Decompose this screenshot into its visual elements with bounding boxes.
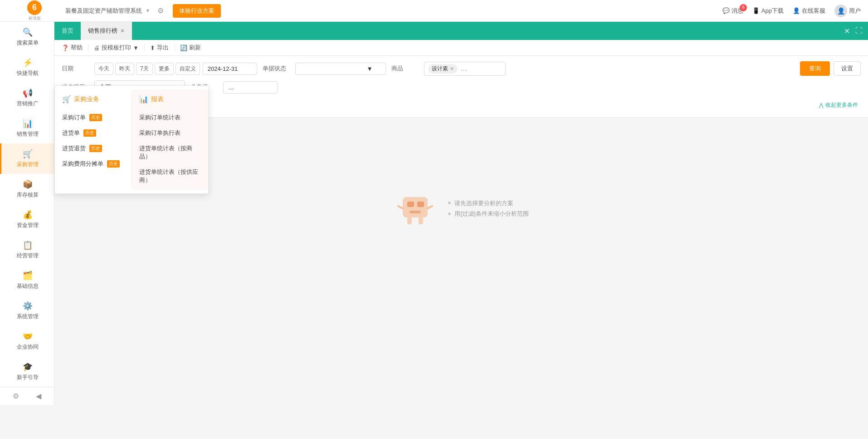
toolbar-sep-3 [174, 44, 175, 51]
sidebar-settings-icon[interactable]: ⚙ [13, 392, 19, 400]
online-service-icon: 👤 [793, 7, 800, 14]
report-col: 📊 报表 采购订单统计表 采购订单执行表 进货单统计表（按商品） 进货单统计表（… [132, 89, 209, 190]
sidebar-item-sales-label: 销售管理 [17, 130, 39, 138]
inventory-icon: 📦 [23, 179, 33, 189]
incoming-order-label: 进货单 [62, 129, 80, 137]
system-dropdown-arrow[interactable]: ▼ [146, 8, 150, 13]
settings-btn[interactable]: 设置 [834, 61, 861, 76]
tab-sales-rank-label: 销售排行榜 [88, 27, 117, 35]
date-today-btn[interactable]: 今天 [94, 63, 113, 75]
sidebar-item-quicknav[interactable]: ⚡ 快捷导航 [0, 52, 54, 83]
date-end-input[interactable]: 2024-12-31 [203, 63, 257, 75]
toolbar-sep-2 [144, 44, 145, 51]
export-icon: ⬆ [150, 44, 155, 51]
sidebar-item-enterprise[interactable]: 🤝 企业协同 [0, 326, 54, 356]
date-7days-btn[interactable]: 7天 [136, 63, 153, 75]
sidebar-item-search[interactable]: 🔍 搜索菜单 [0, 22, 54, 52]
tab-close-all-btn[interactable]: ✕ [842, 25, 852, 37]
sidebar-collapse-icon[interactable]: ◀ [36, 392, 41, 400]
purchase-col-icon: 🛒 [62, 95, 71, 104]
app-download-icon: 📱 [752, 7, 760, 14]
date-range: 今天 昨天 7天 更多 自定义 2024-12-31 [94, 63, 257, 75]
expense-split-item[interactable]: 采购费用分摊单 历史 [59, 156, 128, 172]
messages-icon: 💬 [722, 7, 730, 14]
tab-maximize-btn[interactable]: ⛶ [853, 25, 864, 37]
svg-rect-7 [419, 217, 423, 224]
tab-home-label: 首页 [62, 27, 73, 35]
app-download-label: App下载 [761, 7, 784, 15]
incoming-stats-item[interactable]: 进货单统计表（按商品） [136, 141, 205, 164]
empty-state-inner: 请先选择要分析的方案 用[过滤]条件来缩小分析范围 [394, 188, 528, 229]
online-service-btn[interactable]: 👤 在线客服 [793, 7, 825, 15]
collapse-area: ⋀ 收起更多条件 [816, 99, 861, 112]
purchase-order-item[interactable]: 采购订单 历史 [59, 110, 128, 125]
date-quick-btns: 今天 昨天 7天 更多 自定义 [94, 63, 200, 75]
salesperson-dots: … [228, 84, 234, 91]
sidebar-item-operations-label: 经营管理 [17, 252, 39, 260]
incoming-order-item[interactable]: 进货单 历史 [59, 125, 128, 141]
goods-tag: 设计素 ✕ [428, 64, 458, 74]
app-download-btn[interactable]: 📱 App下载 [752, 7, 784, 15]
content-area: 首页 销售排行榜 ✕ ✕ ⛶ ❓ 帮助 🖨 按模板 [54, 22, 868, 439]
messages-btn[interactable]: 💬 消息 9 [722, 7, 743, 15]
user-btn[interactable]: 👤 用户 [834, 5, 861, 17]
top-header: 6 标准版 装餐及固定资产辅助管理系统 ▼ ⚙ 体验行业方案 💬 消息 9 📱 … [0, 0, 868, 22]
sidebar-container: 🔍 搜索菜单 ⚡ 快捷导航 📢 营销推广 📊 销售管理 🛒 采购管理 📦 [0, 22, 54, 439]
sidebar-item-newbie[interactable]: 🎓 新手引导 [0, 356, 54, 387]
incoming-order-history-badge: 历史 [83, 129, 96, 137]
goods-tag-close[interactable]: ✕ [450, 66, 454, 72]
date-yesterday-btn[interactable]: 昨天 [115, 63, 134, 75]
svg-line-4 [398, 206, 403, 208]
sidebar-bottom: ⚙ ◀ [0, 387, 54, 405]
goods-input[interactable]: 设计素 ✕ … [424, 62, 506, 76]
tab-sales-rank[interactable]: 销售排行榜 ✕ [81, 22, 132, 40]
report-col-icon: 📊 [139, 95, 148, 104]
svg-rect-1 [407, 202, 414, 207]
system-settings-icon[interactable]: ⚙ [157, 6, 164, 15]
incoming-stats-label: 进货单统计表（按商品） [139, 144, 201, 161]
purchase-exec-item[interactable]: 采购订单执行表 [136, 125, 205, 141]
purchase-dropdown-menu: 🛒 采购业务 采购订单 历史 进货单 历史 进货退货 历史 采购费用分摊单 [54, 85, 209, 194]
industry-btn[interactable]: 体验行业方案 [173, 4, 221, 18]
logo-subtext: 标准版 [29, 15, 41, 21]
purchase-stats-item[interactable]: 采购订单统计表 [136, 110, 205, 125]
user-avatar: 👤 [834, 5, 847, 17]
print-dropdown-arrow[interactable]: ▼ [133, 44, 139, 51]
collapse-btn[interactable]: ⋀ 收起更多条件 [816, 99, 861, 112]
sidebar-item-sales[interactable]: 📊 销售管理 [0, 113, 54, 143]
return-order-item[interactable]: 进货退货 历史 [59, 141, 128, 156]
salesperson-input[interactable]: … [223, 81, 278, 94]
date-more-btn[interactable]: 更多 [155, 63, 174, 75]
sidebar-item-marketing[interactable]: 📢 营销推广 [0, 83, 54, 113]
incoming-supplier-stats-item[interactable]: 进货单统计表（按供应商） [136, 164, 205, 188]
purchase-exec-label: 采购订单执行表 [139, 129, 180, 137]
tab-sales-rank-close[interactable]: ✕ [120, 28, 125, 34]
sidebar-item-basic[interactable]: 🗂️ 基础信息 [0, 265, 54, 296]
basic-icon: 🗂️ [23, 271, 33, 281]
report-col-header: 📊 报表 [136, 91, 205, 108]
quicknav-icon: ⚡ [23, 58, 33, 68]
tab-bar: 首页 销售排行榜 ✕ ✕ ⛶ [54, 22, 868, 40]
sidebar-item-finance[interactable]: 💰 资金管理 [0, 204, 54, 235]
goods-dots-btn[interactable]: … [460, 64, 468, 73]
sidebar-item-inventory[interactable]: 📦 库存核算 [0, 174, 54, 204]
sidebar-item-system[interactable]: ⚙️ 系统管理 [0, 296, 54, 326]
filter-actions: 查询 设置 [800, 61, 861, 76]
tab-home[interactable]: 首页 [54, 22, 81, 40]
date-custom-btn[interactable]: 自定义 [176, 63, 200, 75]
help-label: 帮助 [71, 44, 83, 52]
logo-area: 6 标准版 [7, 0, 62, 21]
export-btn[interactable]: ⬆ 导出 [150, 44, 169, 52]
sidebar-item-operations[interactable]: 📋 经营管理 [0, 235, 54, 265]
print-btn[interactable]: 🖨 按模板打印 ▼ [94, 44, 139, 52]
svg-rect-3 [410, 211, 421, 213]
refresh-btn[interactable]: 🔄 刷新 [180, 44, 201, 52]
date-end-value: 2024-12-31 [208, 65, 238, 72]
sidebar-item-purchase-label: 采购管理 [17, 161, 39, 168]
help-btn[interactable]: ❓ 帮助 [62, 44, 83, 52]
query-btn[interactable]: 查询 [800, 61, 830, 76]
filter-row-1: 日期 今天 昨天 7天 更多 自定义 2024-12-31 [62, 61, 861, 76]
sidebar-item-purchase[interactable]: 🛒 采购管理 [0, 143, 54, 174]
receipt-status-select[interactable]: ▼ [295, 63, 386, 75]
empty-text-line1: 请先选择要分析的方案 [448, 198, 528, 208]
